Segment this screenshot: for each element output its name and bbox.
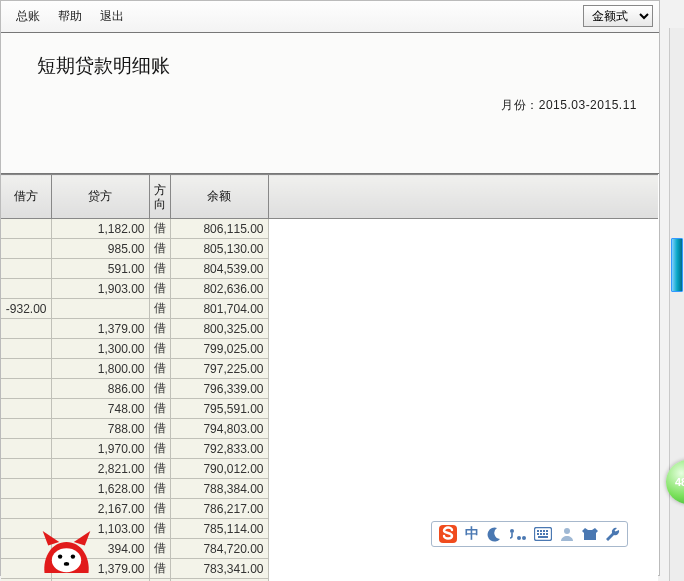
table-row[interactable]: 1,379.00借800,325.00 bbox=[1, 319, 658, 339]
menu-general-ledger[interactable]: 总账 bbox=[7, 4, 49, 29]
cell-credit: 1,628.00 bbox=[51, 479, 149, 499]
cell-credit: 1,103.00 bbox=[51, 519, 149, 539]
menu-bar: 总账 帮助 退出 金额式 bbox=[1, 1, 659, 33]
cell-credit bbox=[51, 299, 149, 319]
cell-direction: 借 bbox=[149, 479, 170, 499]
cell-direction: 借 bbox=[149, 259, 170, 279]
cell-debit bbox=[1, 399, 51, 419]
cell-balance: 794,803.00 bbox=[170, 419, 268, 439]
cell-debit bbox=[1, 279, 51, 299]
cell-filler bbox=[268, 359, 658, 379]
ledger-table: 借方 贷方 方向 余额 1,182.00借806,115.00985.00借80… bbox=[1, 174, 658, 581]
cell-balance: 785,114.00 bbox=[170, 519, 268, 539]
cell-direction: 借 bbox=[149, 319, 170, 339]
sogou-logo-icon[interactable] bbox=[438, 524, 458, 544]
cell-debit bbox=[1, 479, 51, 499]
ledger-table-wrap: 借方 贷方 方向 余额 1,182.00借806,115.00985.00借80… bbox=[1, 173, 659, 575]
cell-balance: 786,217.00 bbox=[170, 499, 268, 519]
svg-point-5 bbox=[510, 529, 514, 533]
menu-help[interactable]: 帮助 bbox=[49, 4, 91, 29]
cell-credit: 748.00 bbox=[51, 399, 149, 419]
cell-debit bbox=[1, 379, 51, 399]
app-window: 总账 帮助 退出 金额式 短期贷款明细账 月份：2015.03-2015.11 … bbox=[0, 0, 660, 576]
skin-icon[interactable] bbox=[582, 526, 598, 542]
cell-filler bbox=[268, 379, 658, 399]
table-row[interactable]: 1,800.00借797,225.00 bbox=[1, 359, 658, 379]
menu-exit[interactable]: 退出 bbox=[91, 4, 133, 29]
table-row[interactable]: 1,182.00借806,115.00 bbox=[1, 219, 658, 239]
cell-direction: 借 bbox=[149, 279, 170, 299]
cell-credit: 1,379.00 bbox=[51, 559, 149, 579]
cell-balance: 783,341.00 bbox=[170, 559, 268, 579]
month-value: 2015.03-2015.11 bbox=[539, 98, 637, 112]
table-row[interactable]: 1,628.00借788,384.00 bbox=[1, 479, 658, 499]
cell-direction: 借 bbox=[149, 459, 170, 479]
header-row: 借方 贷方 方向 余额 bbox=[1, 175, 658, 219]
svg-rect-12 bbox=[546, 530, 548, 532]
cell-direction: 借 bbox=[149, 519, 170, 539]
cell-credit: 1,182.00 bbox=[51, 219, 149, 239]
cell-credit: 886.00 bbox=[51, 379, 149, 399]
table-row[interactable]: 886.00借796,339.00 bbox=[1, 379, 658, 399]
table-row[interactable]: 985.00借805,130.00 bbox=[1, 239, 658, 259]
month-prefix: 月份： bbox=[501, 98, 539, 112]
cell-credit: 1,379.00 bbox=[51, 319, 149, 339]
table-row[interactable]: 1,903.00借802,636.00 bbox=[1, 279, 658, 299]
table-row[interactable]: 1,970.00借792,833.00 bbox=[1, 439, 658, 459]
table-row[interactable]: 1,379.00借783,341.00 bbox=[1, 559, 658, 579]
table-row[interactable]: 2,821.00借790,012.00 bbox=[1, 459, 658, 479]
svg-rect-17 bbox=[538, 536, 548, 538]
col-debit: 借方 bbox=[1, 175, 51, 219]
cell-filler bbox=[268, 319, 658, 339]
col-direction: 方向 bbox=[149, 175, 170, 219]
table-row[interactable]: 748.00借795,591.00 bbox=[1, 399, 658, 419]
svg-rect-9 bbox=[537, 530, 539, 532]
table-row[interactable]: -932.00借801,704.00 bbox=[1, 299, 658, 319]
svg-rect-15 bbox=[543, 533, 545, 535]
cell-filler bbox=[268, 239, 658, 259]
ime-toolbar[interactable]: 中 bbox=[431, 521, 628, 547]
table-row[interactable]: 788.00借794,803.00 bbox=[1, 419, 658, 439]
cell-credit: 1,300.00 bbox=[51, 339, 149, 359]
cell-debit bbox=[1, 359, 51, 379]
ime-lang-icon[interactable]: 中 bbox=[465, 525, 479, 543]
cell-credit: 1,800.00 bbox=[51, 359, 149, 379]
vertical-scrollbar-thumb[interactable] bbox=[671, 238, 683, 292]
cell-credit: 985.00 bbox=[51, 239, 149, 259]
user-icon[interactable] bbox=[559, 526, 575, 542]
cell-balance: 802,636.00 bbox=[170, 279, 268, 299]
cell-debit bbox=[1, 239, 51, 259]
cell-filler bbox=[268, 259, 658, 279]
table-row[interactable]: 591.00借804,539.00 bbox=[1, 259, 658, 279]
svg-rect-14 bbox=[540, 533, 542, 535]
cell-balance: 784,720.00 bbox=[170, 539, 268, 559]
cell-balance: 801,704.00 bbox=[170, 299, 268, 319]
table-row[interactable]: 1,300.00借799,025.00 bbox=[1, 339, 658, 359]
svg-rect-16 bbox=[546, 533, 548, 535]
cell-balance: 804,539.00 bbox=[170, 259, 268, 279]
moon-icon[interactable] bbox=[486, 526, 502, 542]
table-row[interactable]: 2,167.00借786,217.00 bbox=[1, 499, 658, 519]
cell-filler bbox=[268, 279, 658, 299]
cell-debit bbox=[1, 419, 51, 439]
cell-direction: 借 bbox=[149, 419, 170, 439]
cell-balance: 800,325.00 bbox=[170, 319, 268, 339]
cell-debit bbox=[1, 439, 51, 459]
svg-rect-13 bbox=[537, 533, 539, 535]
format-select[interactable]: 金额式 bbox=[583, 5, 653, 27]
cell-balance: 806,115.00 bbox=[170, 219, 268, 239]
cell-debit bbox=[1, 319, 51, 339]
cell-debit: -932.00 bbox=[1, 299, 51, 319]
cell-balance: 795,591.00 bbox=[170, 399, 268, 419]
punctuation-icon[interactable] bbox=[509, 527, 527, 541]
wrench-icon[interactable] bbox=[605, 526, 621, 542]
cell-direction: 借 bbox=[149, 499, 170, 519]
page-title: 短期贷款明细账 bbox=[1, 33, 659, 83]
cell-credit: 1,903.00 bbox=[51, 279, 149, 299]
col-credit: 贷方 bbox=[51, 175, 149, 219]
cell-direction: 借 bbox=[149, 539, 170, 559]
cell-filler bbox=[268, 439, 658, 459]
cell-direction: 借 bbox=[149, 399, 170, 419]
keyboard-icon[interactable] bbox=[534, 527, 552, 541]
cell-direction: 借 bbox=[149, 299, 170, 319]
